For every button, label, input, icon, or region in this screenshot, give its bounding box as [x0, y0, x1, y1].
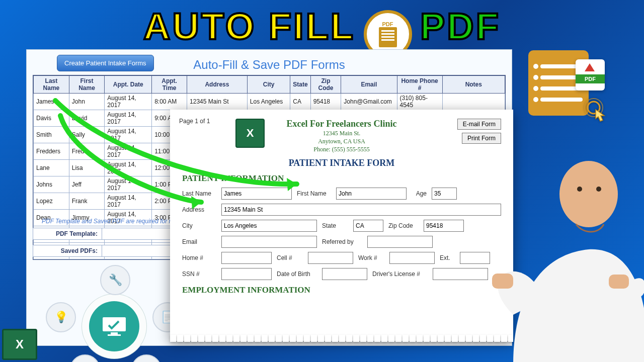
cell[interactable]: Jeff	[69, 176, 105, 193]
cell[interactable]: 95418	[310, 94, 341, 110]
field-referred[interactable]	[367, 236, 433, 248]
cell[interactable]: Lopez	[34, 193, 69, 210]
field-address[interactable]	[221, 204, 501, 216]
clinic-address-1: 12345 Main St.	[182, 129, 501, 137]
label-ssn: SSN #	[182, 270, 216, 278]
col-header: Appt. Time	[152, 76, 187, 94]
label-dl: Driver's License #	[372, 270, 428, 278]
col-header: First Name	[69, 76, 105, 94]
cell[interactable]: (310) 805-4545	[397, 94, 442, 110]
field-lastname[interactable]	[221, 188, 292, 200]
field-zip[interactable]	[424, 220, 464, 232]
hint-text: PDF Template and Saved PDF are required …	[42, 218, 186, 225]
field-dob[interactable]	[322, 268, 367, 280]
cell[interactable]: Los Angeles	[247, 94, 290, 110]
svg-rect-1	[111, 332, 118, 334]
cell[interactable]: James	[34, 94, 69, 110]
svg-rect-9	[609, 275, 629, 289]
field-dl[interactable]	[433, 268, 488, 280]
pdf-file-icon: PDF	[576, 59, 605, 90]
cell[interactable]: August 14, 2017	[105, 94, 152, 110]
label-work: Work #	[358, 254, 384, 261]
col-header: Last Name	[34, 76, 69, 94]
cell[interactable]: 12345 Main St	[187, 94, 248, 110]
clinic-phone: Phone: (555) 555-5555	[182, 145, 501, 153]
wrench-icon: 🔧	[100, 265, 130, 295]
label-zip: Zip Code	[388, 222, 419, 229]
field-cell[interactable]	[308, 252, 353, 264]
svg-point-11	[596, 187, 601, 192]
torn-edge	[170, 335, 513, 342]
cell[interactable]: Frank	[69, 193, 105, 210]
field-firstname[interactable]	[336, 188, 407, 200]
cell[interactable]: 8:00 AM	[152, 94, 187, 110]
cell[interactable]: August 14, 2017	[105, 110, 152, 127]
svg-point-10	[577, 187, 582, 192]
col-header: Address	[187, 76, 248, 94]
chart-icon: 📊	[131, 354, 162, 362]
col-header: Home Phone #	[397, 76, 442, 94]
excel-logo-icon: X	[2, 329, 37, 360]
col-header: Email	[341, 76, 397, 94]
label-ext: Ext.	[440, 254, 455, 261]
document-icon	[379, 27, 397, 47]
bulb-icon: 💡	[46, 302, 76, 332]
clinic-address-2: Anytown, CA USA	[182, 137, 501, 145]
email-form-button[interactable]: E-mail Form	[457, 119, 501, 130]
cell[interactable]: CA	[290, 94, 310, 110]
cell[interactable]: John	[69, 94, 105, 110]
label-cell: Cell #	[277, 254, 303, 261]
headline-word-2: PDF	[416, 5, 505, 48]
create-forms-button[interactable]: Create Patient Intake Forms	[57, 55, 154, 71]
label-firstname: First Name	[297, 190, 331, 197]
section-employment: EMPLOYMENT INFORMATION	[182, 285, 501, 295]
cell[interactable]: Fredders	[34, 143, 69, 160]
cell[interactable]	[442, 94, 505, 110]
field-state[interactable]	[353, 220, 383, 232]
page-indicator: Page 1 of 1	[179, 118, 210, 125]
field-work[interactable]	[389, 252, 435, 264]
label-city: City	[182, 222, 216, 229]
cell[interactable]: Sally	[69, 127, 105, 143]
cell[interactable]: August 14, 2017	[105, 176, 152, 193]
field-age[interactable]	[432, 188, 457, 200]
cell[interactable]: August 14, 2017	[105, 127, 152, 143]
field-ext[interactable]	[460, 252, 490, 264]
print-form-button[interactable]: Print Form	[462, 133, 501, 144]
cell[interactable]: Fred	[69, 143, 105, 160]
svg-rect-2	[108, 334, 121, 336]
cell[interactable]: Davis	[34, 110, 69, 127]
label-address: Address	[182, 206, 216, 213]
label-home: Home #	[182, 254, 216, 261]
label-lastname: Last Name	[182, 190, 216, 197]
cell[interactable]: Johns	[34, 176, 69, 193]
table-row[interactable]: JamesJohnAugust 14, 20178:00 AM12345 Mai…	[34, 94, 505, 110]
field-city[interactable]	[221, 220, 317, 232]
click-cursor-icon	[584, 98, 612, 126]
col-header: Zip Code	[310, 76, 341, 94]
label-dob: Date of Birth	[277, 270, 317, 278]
svg-point-7	[559, 161, 618, 227]
cell[interactable]: John@Gmail.com	[341, 94, 397, 110]
section-patient: PATIENT INFORMATION	[182, 173, 501, 184]
cell[interactable]: August 14, 2017	[105, 160, 152, 176]
svg-rect-0	[103, 317, 126, 331]
headline-word-1: AUTO FILL	[139, 5, 359, 48]
field-email[interactable]	[221, 236, 317, 248]
field-home[interactable]	[221, 252, 272, 264]
cell[interactable]: Lisa	[69, 160, 105, 176]
col-header: Notes	[442, 76, 505, 94]
clinic-name: Excel For Freelancers Clinic	[182, 119, 501, 129]
thumbnail-canvas: AUTO FILL PDF PDF Create Patient Intake …	[0, 0, 644, 362]
cell[interactable]: Lane	[34, 160, 69, 176]
label-state: State	[322, 222, 348, 229]
col-header: State	[290, 76, 310, 94]
cell[interactable]: August 14, 2017	[105, 193, 152, 210]
cell[interactable]: August 14, 2017	[105, 143, 152, 160]
form-title: PATIENT INTAKE FORM	[182, 158, 501, 168]
cell[interactable]: Smith	[34, 127, 69, 143]
pdf-template-label: PDF Template:	[33, 228, 102, 239]
label-referred: Referred by	[322, 238, 362, 245]
cell[interactable]: David	[69, 110, 105, 127]
field-ssn[interactable]	[221, 268, 272, 280]
